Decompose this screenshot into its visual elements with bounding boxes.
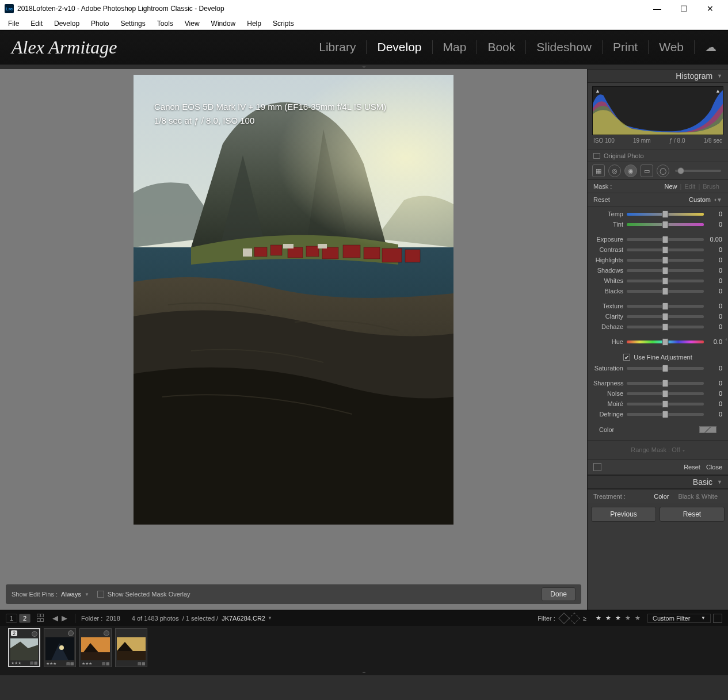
slider-track[interactable] — [627, 413, 704, 416]
filter-preset[interactable]: Custom Filter▼ — [647, 614, 711, 623]
basic-panel-header[interactable]: Basic▼ — [588, 475, 728, 489]
module-develop[interactable]: Develop — [367, 40, 432, 54]
prev-photo-icon[interactable]: ◀ — [52, 614, 58, 622]
thumb-2[interactable]: ★★★▤▦ — [44, 628, 76, 667]
slider-knob[interactable] — [662, 313, 669, 320]
slider-highlights[interactable]: Highlights0 — [593, 255, 722, 265]
slider-defringe[interactable]: Defringe0 — [593, 409, 722, 419]
slider-track[interactable] — [627, 259, 704, 262]
slider-value[interactable]: 0 — [704, 221, 722, 228]
menu-settings[interactable]: Settings — [115, 18, 151, 29]
slider-track[interactable] — [627, 392, 704, 395]
slider-track[interactable] — [627, 280, 704, 282]
view-1[interactable]: 1 — [6, 614, 17, 623]
mask-edit[interactable]: Edit — [681, 183, 698, 190]
slider-tint[interactable]: Tint0 — [593, 219, 722, 229]
slider-knob[interactable] — [662, 257, 669, 264]
slider-value[interactable]: 0.00 — [704, 236, 722, 243]
fine-adjustment-row[interactable]: ✔Use Fine Adjustment — [593, 351, 722, 363]
effect-disclosure[interactable]: ▼ — [716, 197, 722, 203]
filmstrip-expander[interactable] — [0, 670, 728, 675]
slider-knob[interactable] — [662, 323, 669, 331]
menu-develop[interactable]: Develop — [48, 18, 85, 29]
range-mask-row[interactable]: Range Mask : Off▾ — [588, 440, 728, 460]
effect-reset[interactable]: Reset — [593, 196, 610, 203]
filter-lock-icon[interactable] — [713, 614, 722, 623]
slider-sharpness[interactable]: Sharpness0 — [593, 378, 722, 388]
slider-track[interactable] — [627, 248, 704, 251]
done-button[interactable]: Done — [542, 587, 575, 601]
minimize-button[interactable]: — — [644, 0, 670, 17]
slider-knob[interactable] — [662, 380, 669, 387]
redeye-tool-icon[interactable]: ◉ — [624, 165, 637, 177]
slider-track[interactable] — [627, 290, 704, 293]
slider-temp[interactable]: Temp0 — [593, 209, 722, 219]
next-photo-icon[interactable]: ▶ — [62, 614, 67, 622]
menu-window[interactable]: Window — [205, 18, 242, 29]
menu-tools[interactable]: Tools — [151, 18, 179, 29]
slider-track[interactable] — [627, 269, 704, 272]
reset-button[interactable]: Reset — [660, 507, 725, 522]
histogram-header[interactable]: Histogram▼ — [588, 69, 728, 83]
shadow-clip-icon[interactable]: ▲ — [595, 88, 600, 94]
slider-track[interactable] — [627, 341, 704, 343]
slider-track[interactable] — [627, 315, 704, 318]
slider-saturation[interactable]: Saturation0 — [593, 363, 722, 373]
slider-value[interactable]: 0.0 — [704, 338, 722, 345]
rating-geq[interactable]: ≥ — [583, 615, 586, 622]
slider-value[interactable]: 0 — [704, 277, 722, 284]
close-button[interactable]: ✕ — [697, 0, 723, 17]
mask-brush[interactable]: Brush — [700, 183, 722, 190]
slider-value[interactable]: 0 — [704, 303, 722, 309]
fine-adj-checkbox[interactable]: ✔ — [623, 354, 630, 361]
highlight-clip-icon[interactable]: ▲ — [715, 88, 721, 94]
flag-rejected-icon[interactable] — [569, 613, 580, 624]
slider-value[interactable]: 0 — [704, 211, 722, 217]
menu-help[interactable]: Help — [241, 18, 267, 29]
slider-value[interactable]: 0 — [704, 411, 722, 418]
panel-switch-icon[interactable] — [593, 463, 601, 471]
menu-view[interactable]: View — [179, 18, 205, 29]
slider-knob[interactable] — [662, 236, 669, 243]
previous-button[interactable]: Previous — [591, 507, 656, 522]
slider-knob[interactable] — [662, 277, 669, 285]
slider-whites[interactable]: Whites0 — [593, 276, 722, 286]
mask-new[interactable]: New — [662, 183, 680, 190]
maximize-button[interactable]: ☐ — [670, 0, 697, 17]
top-panel-expander[interactable] — [0, 64, 728, 69]
slider-value[interactable]: 0 — [704, 267, 722, 274]
grid-view-icon[interactable] — [37, 614, 46, 623]
slider-knob[interactable] — [662, 400, 669, 408]
menu-edit[interactable]: Edit — [25, 18, 48, 29]
slider-value[interactable]: 0 — [704, 313, 722, 320]
module-map[interactable]: Map — [433, 40, 478, 54]
slider-value[interactable]: 0 — [704, 390, 722, 397]
thumb-1[interactable]: 2 ★★★▤▦ — [8, 628, 40, 667]
slider-knob[interactable] — [662, 390, 669, 397]
menu-file[interactable]: File — [2, 18, 25, 29]
panel-reset[interactable]: Reset — [684, 464, 700, 471]
module-library[interactable]: Library — [308, 40, 367, 54]
module-slideshow[interactable]: Slideshow — [526, 40, 603, 54]
original-photo-toggle[interactable]: Original Photo — [588, 150, 728, 162]
slider-value[interactable]: 0 — [704, 380, 722, 387]
slider-noise[interactable]: Noise0 — [593, 388, 722, 399]
view-2[interactable]: 2 — [19, 614, 31, 623]
slider-track[interactable] — [627, 238, 704, 241]
slider-track[interactable] — [627, 213, 704, 216]
slider-moiré[interactable]: Moiré0 — [593, 399, 722, 409]
treatment-bw[interactable]: Black & White — [674, 493, 722, 500]
module-print[interactable]: Print — [603, 40, 649, 54]
thumb-3[interactable]: ★★★▤▦ — [79, 628, 112, 667]
slider-knob[interactable] — [662, 267, 669, 274]
thumb-4[interactable]: ▤▦ — [115, 628, 147, 667]
slider-track[interactable] — [627, 382, 704, 385]
slider-knob[interactable] — [662, 365, 669, 372]
slider-exposure[interactable]: Exposure0.00 — [593, 234, 722, 244]
slider-track[interactable] — [627, 326, 704, 328]
slider-knob[interactable] — [662, 221, 669, 228]
tool-size-slider[interactable] — [675, 170, 721, 172]
photo-canvas[interactable]: Canon EOS 5D Mark IV + 19 mm (EF16-35mm … — [134, 75, 453, 525]
slider-knob[interactable] — [662, 288, 669, 295]
slider-dehaze[interactable]: Dehaze0 — [593, 322, 722, 332]
